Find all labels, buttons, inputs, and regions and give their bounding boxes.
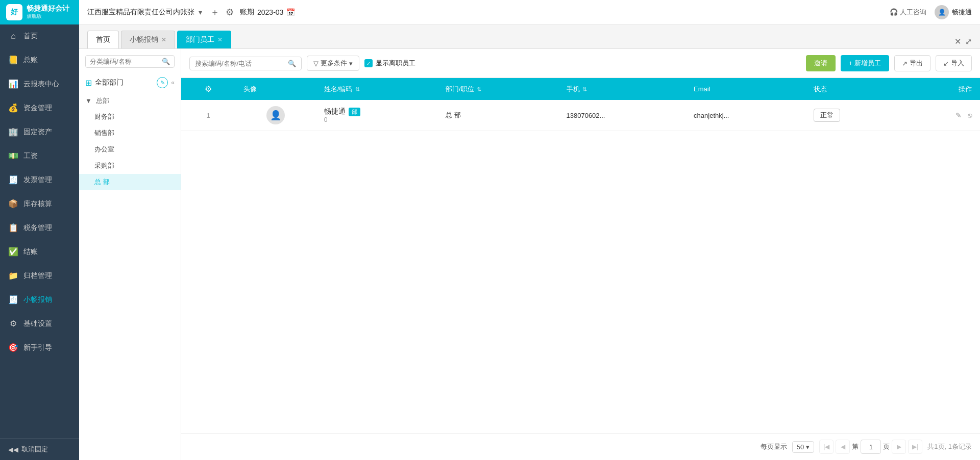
total-records: 共1页, 1条记录: [927, 442, 972, 451]
dept-search-icon[interactable]: 🔍: [162, 58, 170, 65]
sidebar-item-report[interactable]: 📊 云报表中心: [0, 72, 79, 96]
company-settings-icon[interactable]: ⚙: [226, 7, 234, 18]
calendar-icon[interactable]: 📅: [286, 8, 295, 16]
import-button[interactable]: ↙ 导入: [936, 55, 972, 71]
tab-xiaochang[interactable]: 小畅报销 ✕: [121, 31, 175, 48]
tab-expand-icon[interactable]: ⤢: [965, 37, 972, 46]
show-resigned-toggle[interactable]: ✓ 显示离职员工: [364, 59, 415, 68]
support-button[interactable]: 🎧 人工咨询: [890, 8, 926, 17]
sidebar-item-archive[interactable]: 📁 归档管理: [0, 264, 79, 288]
sidebar-item-settings[interactable]: ⚙ 基础设置: [0, 312, 79, 336]
sidebar-item-ledger[interactable]: 📒 总账: [0, 48, 79, 72]
name-sort-icon: ⇅: [355, 86, 360, 92]
settle-icon: ✅: [8, 247, 18, 257]
sidebar-item-label: 小畅报销: [23, 295, 52, 304]
support-icon: 🎧: [890, 8, 898, 16]
page-input[interactable]: [861, 440, 881, 454]
cancel-fix-button[interactable]: ◀◀ 取消固定: [0, 438, 79, 460]
all-dept-header[interactable]: ⊞ 全部部门 ✎ «: [79, 74, 181, 91]
search-icon[interactable]: 🔍: [288, 60, 296, 67]
dept-collapse-icon[interactable]: «: [171, 79, 175, 86]
content-area: 首页 小畅报销 ✕ 部门员工 ✕ ✕ ⤢ 🔍: [79, 24, 980, 460]
sidebar-item-xiaochang[interactable]: 🧾 小畅报销: [0, 288, 79, 312]
action-buttons: ✎ ⎋: [913, 111, 972, 119]
sidebar-item-label: 首页: [23, 32, 38, 41]
col-status: 状态: [805, 78, 904, 100]
employee-search-box[interactable]: 🔍: [189, 57, 302, 70]
col-name-label: 姓名/编码: [324, 85, 353, 93]
dept-item-general-dept[interactable]: 总 部: [79, 174, 181, 190]
sidebar-item-guide[interactable]: 🎯 新手引导: [0, 336, 79, 360]
logo-title: 畅捷通好会计: [27, 4, 69, 13]
sidebar-item-tax[interactable]: 📋 税务管理: [0, 216, 79, 240]
dept-item-finance[interactable]: 财务部: [79, 109, 181, 125]
tab-xiaochang-label: 小畅报销: [130, 35, 158, 44]
avatar: 👤: [935, 5, 949, 19]
dept-item-office[interactable]: 办公室: [79, 141, 181, 158]
first-page-button[interactable]: |◀: [819, 440, 834, 454]
dept-item-purchase[interactable]: 采购部: [79, 158, 181, 174]
last-page-button[interactable]: ▶|: [908, 440, 922, 454]
dept-search-input[interactable]: [90, 58, 162, 65]
add-employee-button[interactable]: + 新增员工: [841, 55, 889, 71]
sidebar-item-home[interactable]: ⌂ 首页: [0, 24, 79, 48]
dept-tree: ▼ 总部 财务部 销售部 办公室 采购部 总 部: [79, 91, 181, 192]
sidebar-item-fixed[interactable]: 🏢 固定资产: [0, 120, 79, 144]
pagination: 每页显示 50 ▾ |◀ ◀ 第 页 ▶ ▶| 共1页, 1条记录: [181, 433, 980, 460]
row-avatar-cell: 👤: [235, 100, 315, 131]
tab-xiaochang-close[interactable]: ✕: [161, 36, 166, 43]
sidebar-item-settle[interactable]: ✅ 结账: [0, 240, 79, 264]
logo-subtitle: 旗舰版: [27, 13, 69, 20]
period-value: 2023-03: [257, 8, 283, 16]
dept-header-left: ⊞ 全部部门: [85, 78, 124, 88]
invite-button[interactable]: 邀请: [806, 55, 836, 71]
per-page-select[interactable]: 50 ▾: [792, 441, 814, 453]
tab-close-all-icon[interactable]: ✕: [954, 37, 961, 46]
filter-icon: ▽: [313, 60, 318, 67]
col-phone[interactable]: 手机 ⇅: [558, 78, 686, 100]
prev-page-button[interactable]: ◀: [836, 440, 850, 454]
dept-item-sales[interactable]: 销售部: [79, 125, 181, 141]
dept-header-actions: ✎ «: [157, 77, 175, 88]
sidebar-item-label: 云报表中心: [23, 80, 59, 89]
delete-button[interactable]: ⎋: [968, 111, 972, 119]
avatar-container: 👤: [243, 106, 307, 124]
employee-search-input[interactable]: [195, 60, 285, 67]
dept-edit-button[interactable]: ✎: [157, 77, 168, 88]
sidebar-item-salary[interactable]: 💵 工资: [0, 144, 79, 168]
tab-employee-close[interactable]: ✕: [217, 36, 223, 43]
sidebar-item-label: 发票管理: [23, 175, 52, 185]
show-resigned-checkbox[interactable]: ✓: [364, 59, 373, 67]
sidebar-item-label: 总账: [23, 56, 38, 65]
company-dropdown-icon[interactable]: ▾: [199, 8, 202, 16]
toolbar: 🔍 ▽ 更多条件 ▾ ✓ 显示离职员工 邀请 + 新增员工: [181, 49, 980, 78]
dept-grid-icon: ⊞: [85, 78, 92, 88]
inventory-icon: 📦: [8, 199, 18, 209]
sidebar-item-invoice[interactable]: 🧾 发票管理: [0, 168, 79, 192]
col-settings[interactable]: ⚙: [181, 78, 235, 100]
table-settings-icon[interactable]: ⚙: [205, 85, 212, 93]
user-area[interactable]: 👤 畅捷通: [935, 5, 972, 19]
sidebar-item-inventory[interactable]: 📦 库存核算: [0, 192, 79, 216]
sidebar-item-capital[interactable]: 💰 资金管理: [0, 96, 79, 120]
sidebar-item-label: 税务管理: [23, 223, 52, 233]
tab-employee[interactable]: 部门员工 ✕: [177, 31, 231, 48]
col-name-code[interactable]: 姓名/编码 ⇅: [316, 78, 437, 100]
col-dept[interactable]: 部门/职位 ⇅: [437, 78, 558, 100]
tab-home-label: 首页: [96, 35, 110, 44]
row-status-cell: 正常: [805, 100, 904, 131]
add-company-icon[interactable]: ＋: [210, 6, 219, 18]
filter-button[interactable]: ▽ 更多条件 ▾: [307, 56, 359, 71]
expand-icon: ▼: [85, 97, 92, 105]
all-dept-label: 全部部门: [95, 78, 124, 87]
row-actions-cell: ✎ ⎋: [904, 100, 980, 131]
salary-icon: 💵: [8, 151, 18, 161]
next-page-button[interactable]: ▶: [892, 440, 906, 454]
right-content: 🔍 ▽ 更多条件 ▾ ✓ 显示离职员工 邀请 + 新增员工: [181, 49, 980, 460]
export-button[interactable]: ↗ 导出: [894, 55, 930, 71]
edit-button[interactable]: ✎: [955, 111, 962, 119]
col-email: Email: [685, 78, 805, 100]
dept-search-box[interactable]: 🔍: [85, 55, 175, 68]
main-layout: ⌂ 首页 📒 总账 📊 云报表中心 💰 资金管理 🏢 固定资产 💵 工资 🧾 发…: [0, 24, 980, 460]
tab-home[interactable]: 首页: [87, 31, 119, 48]
